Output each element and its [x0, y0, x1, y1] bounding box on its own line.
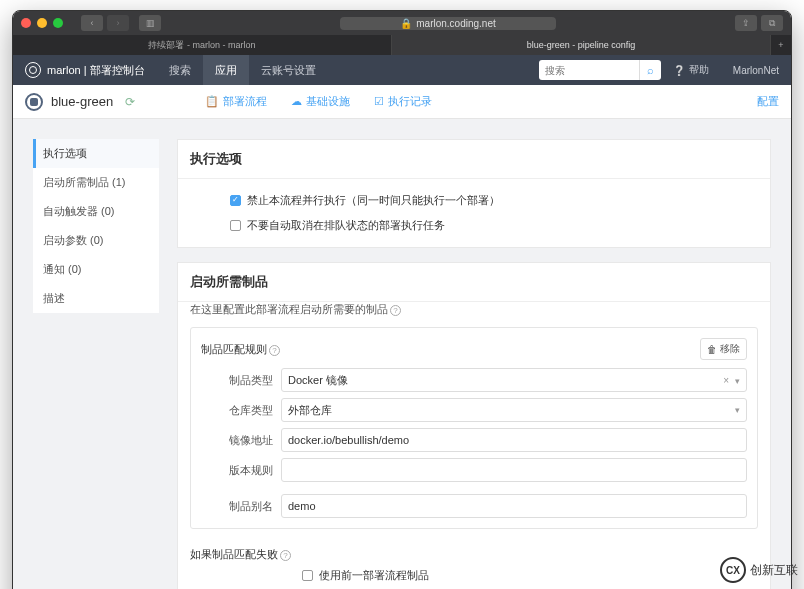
checkbox-icon[interactable]	[230, 220, 241, 231]
browser-tab[interactable]: blue-green - pipeline config	[392, 35, 771, 55]
checkbox-checked-icon[interactable]	[230, 195, 241, 206]
sidebar: 执行选项 启动所需制品 (1) 自动触发器 (0) 启动参数 (0) 通知 (0…	[33, 139, 159, 313]
search-icon: ⌕	[647, 64, 654, 76]
titlebar: ‹ › ▥ 🔒 marlon.coding.net ⇪ ⧉	[13, 11, 791, 35]
field-label: 镜像地址	[201, 433, 281, 448]
artifact-type-select[interactable]: Docker 镜像 ×▾	[281, 368, 747, 392]
help-link[interactable]: ❔帮助	[661, 63, 721, 77]
checkbox-label: 不要自动取消在排队状态的部署执行任务	[247, 218, 445, 233]
tabs-button[interactable]: ⧉	[761, 15, 783, 31]
sidebar-item-exec[interactable]: 执行选项	[33, 139, 159, 168]
forward-button[interactable]: ›	[107, 15, 129, 31]
sidebar-item-notify[interactable]: 通知 (0)	[33, 255, 159, 284]
sidebar-item-desc[interactable]: 描述	[33, 284, 159, 313]
browser-window: ‹ › ▥ 🔒 marlon.coding.net ⇪ ⧉ 持续部署 - mar…	[12, 10, 792, 589]
maximize-icon[interactable]	[53, 18, 63, 28]
field-label: 版本规则	[201, 463, 281, 478]
back-button[interactable]: ‹	[81, 15, 103, 31]
checkbox-icon[interactable]	[302, 570, 313, 581]
remove-button[interactable]: 🗑移除	[700, 338, 747, 360]
share-button[interactable]: ⇪	[735, 15, 757, 31]
nav-app[interactable]: 应用	[203, 55, 249, 85]
trash-icon: 🗑	[707, 344, 717, 355]
rule-title: 制品匹配规则?	[201, 342, 280, 357]
brand-text: marlon | 部署控制台	[47, 63, 145, 78]
field-label: 制品别名	[201, 499, 281, 514]
search-button[interactable]: ⌕	[639, 60, 661, 80]
fail-label: 如果制品匹配失败?	[190, 547, 758, 562]
address-bar[interactable]: 🔒 marlon.coding.net	[340, 17, 556, 30]
url-host: marlon.coding.net	[416, 18, 496, 29]
info-icon[interactable]: ?	[280, 550, 291, 561]
panel-title: 启动所需制品	[178, 263, 770, 302]
lock-icon: 🔒	[400, 18, 412, 29]
chevron-down-icon: ▾	[735, 405, 740, 415]
sidebar-item-trigger[interactable]: 自动触发器 (0)	[33, 197, 159, 226]
main-area: 执行选项 禁止本流程并行执行（同一时间只能执行一个部署） 不要自动取消在排队状态…	[177, 139, 771, 589]
panel-title: 执行选项	[178, 140, 770, 179]
tab-infra[interactable]: ☁基础设施	[291, 94, 350, 109]
close-icon[interactable]	[21, 18, 31, 28]
panel-exec-options: 执行选项 禁止本流程并行执行（同一时间只能执行一个部署） 不要自动取消在排队状态…	[177, 139, 771, 248]
brand-icon	[25, 62, 41, 78]
browser-tabs: 持续部署 - marlon - marlon blue-green - pipe…	[13, 35, 791, 55]
sub-nav: blue-green ⟳ 📋部署流程 ☁基础设施 ☑执行记录 配置	[13, 85, 791, 119]
checkbox-row[interactable]: 禁止本流程并行执行（同一时间只能执行一个部署）	[230, 193, 756, 208]
brand[interactable]: marlon | 部署控制台	[13, 62, 157, 78]
refresh-icon[interactable]: ⟳	[125, 95, 135, 109]
app-name[interactable]: blue-green ⟳	[25, 93, 135, 111]
field-label: 仓库类型	[201, 403, 281, 418]
cloud-icon: ☁	[291, 95, 302, 108]
app-nav: marlon | 部署控制台 搜索 应用 云账号设置 ⌕ ❔帮助 MarlonN…	[13, 55, 791, 85]
sidebar-item-artifact[interactable]: 启动所需制品 (1)	[33, 168, 159, 197]
image-address-input[interactable]	[281, 428, 747, 452]
version-rule-input[interactable]	[281, 458, 747, 482]
artifact-rule-box: 制品匹配规则? 🗑移除 制品类型 Docker 镜像 ×▾ 仓库类型 外部仓	[190, 327, 758, 529]
panel-artifacts: 启动所需制品 在这里配置此部署流程启动所需要的制品? 制品匹配规则? 🗑移除 制…	[177, 262, 771, 589]
sidebar-button[interactable]: ▥	[139, 15, 161, 31]
tab-exec-log[interactable]: ☑执行记录	[374, 94, 432, 109]
checkbox-row[interactable]: 使用前一部署流程制品	[302, 568, 758, 583]
checkbox-label: 禁止本流程并行执行（同一时间只能执行一个部署）	[247, 193, 500, 208]
help-icon: ❔	[673, 65, 685, 76]
list-icon: 📋	[205, 95, 219, 108]
repo-type-select[interactable]: 外部仓库 ▾	[281, 398, 747, 422]
config-link[interactable]: 配置	[757, 94, 779, 109]
clear-icon[interactable]: ×	[723, 375, 729, 386]
watermark: CX 创新互联	[720, 557, 798, 583]
user-name[interactable]: MarlonNet	[721, 65, 791, 76]
sidebar-item-params[interactable]: 启动参数 (0)	[33, 226, 159, 255]
nav-cloud[interactable]: 云账号设置	[249, 55, 328, 85]
nav-search[interactable]: 搜索	[157, 55, 203, 85]
alias-input[interactable]	[281, 494, 747, 518]
minimize-icon[interactable]	[37, 18, 47, 28]
watermark-icon: CX	[720, 557, 746, 583]
app-icon	[25, 93, 43, 111]
watermark-text: 创新互联	[750, 562, 798, 579]
field-label: 制品类型	[201, 373, 281, 388]
info-icon[interactable]: ?	[390, 305, 401, 316]
content: 执行选项 启动所需制品 (1) 自动触发器 (0) 启动参数 (0) 通知 (0…	[13, 119, 791, 589]
panel-desc: 在这里配置此部署流程启动所需要的制品?	[178, 302, 770, 327]
search-input[interactable]	[539, 60, 639, 80]
info-icon[interactable]: ?	[269, 345, 280, 356]
chevron-down-icon: ▾	[735, 376, 740, 386]
new-tab-button[interactable]: +	[771, 35, 791, 55]
checkbox-label: 使用前一部署流程制品	[319, 568, 429, 583]
checkbox-row[interactable]: 不要自动取消在排队状态的部署执行任务	[230, 218, 756, 233]
check-icon: ☑	[374, 95, 384, 108]
browser-tab[interactable]: 持续部署 - marlon - marlon	[13, 35, 392, 55]
tab-deploy-process[interactable]: 📋部署流程	[205, 94, 267, 109]
